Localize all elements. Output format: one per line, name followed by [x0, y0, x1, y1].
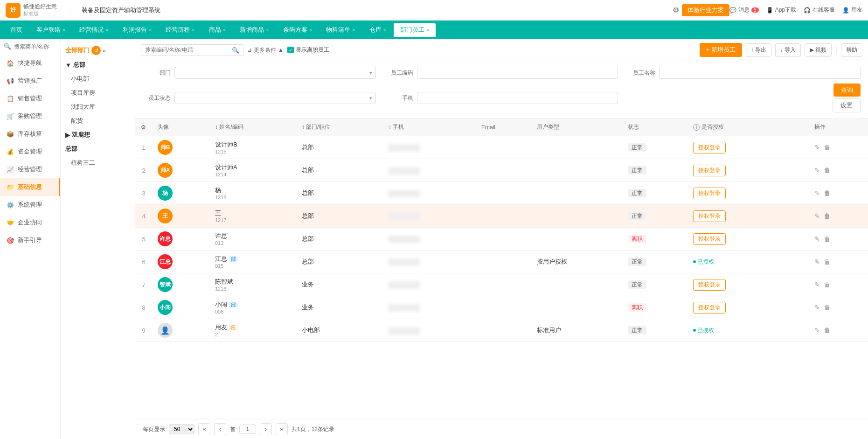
edit-icon[interactable]: ✎ [814, 212, 820, 220]
edit-icon[interactable]: ✎ [814, 281, 820, 288]
delete-icon[interactable]: 🗑 [824, 258, 830, 265]
close-icon[interactable]: × [192, 27, 194, 33]
close-icon[interactable]: × [105, 27, 108, 33]
close-icon[interactable]: × [266, 27, 269, 33]
sort-icon[interactable]: ↕ [215, 124, 218, 130]
auth-button[interactable]: 授权登录 [693, 279, 726, 291]
sidebar-item-guide[interactable]: 🎯 新手引导 [0, 231, 60, 249]
auth-button[interactable]: 授权登录 [693, 233, 726, 245]
per-page-select[interactable]: 50 20 100 [169, 424, 194, 434]
prev-page-button[interactable]: ‹ [214, 423, 226, 435]
dept-tree-item-zongbu[interactable]: ▼ 总部 [61, 58, 135, 72]
search-icon[interactable]: 🔍 [232, 47, 239, 54]
close-icon[interactable]: × [223, 27, 226, 33]
edit-icon[interactable]: ✎ [814, 258, 820, 265]
tab-goods[interactable]: 商品× [202, 23, 232, 37]
delete-icon[interactable]: 🗑 [824, 144, 830, 151]
edit-icon[interactable]: ✎ [814, 189, 820, 197]
tab-barcode[interactable]: 条码方案× [277, 23, 319, 37]
info-icon[interactable]: i [693, 124, 700, 131]
sidebar-item-quick-nav[interactable]: 🏠 快捷导航 [0, 54, 60, 72]
dept-tree-item-shenyang[interactable]: 沈阳大库 [61, 100, 135, 114]
sort-icon[interactable]: ↕ [302, 124, 305, 130]
sort-icon[interactable]: ↕ [389, 124, 391, 130]
message-button[interactable]: 💬 消息 5 [729, 6, 759, 14]
reset-button[interactable]: 设置 [833, 98, 861, 112]
th-settings[interactable]: ⚙ [135, 118, 152, 136]
dept-refresh-button[interactable]: ↺ [91, 46, 101, 55]
edit-icon[interactable]: ✎ [814, 304, 820, 311]
tab-new-goods[interactable]: 新增商品× [233, 23, 275, 37]
dept-tree-item-zongbu2[interactable]: 总部 [61, 142, 135, 156]
user-menu-button[interactable]: 👤 用友 [842, 6, 862, 14]
add-employee-button[interactable]: + 新增员工 [700, 43, 742, 57]
close-icon[interactable]: × [62, 27, 65, 33]
search-input[interactable] [145, 47, 230, 53]
tab-employees[interactable]: 部门员工× [394, 23, 436, 37]
gear-icon[interactable]: ⚙ [670, 6, 682, 14]
more-conditions-button[interactable]: ⊿ 更多条件 ▲ [247, 46, 284, 54]
phone-input[interactable] [417, 92, 618, 104]
close-icon[interactable]: × [426, 27, 429, 33]
view-button[interactable]: ▶ 视频 [805, 43, 832, 57]
delete-icon[interactable]: 🗑 [824, 304, 830, 311]
page-number-input[interactable] [239, 425, 256, 434]
emp-name-input[interactable] [659, 67, 861, 79]
delete-icon[interactable]: 🗑 [824, 281, 830, 288]
app-download-button[interactable]: 📱 App下载 [766, 6, 796, 14]
sidebar-item-inventory[interactable]: 📦 库存核算 [0, 125, 60, 143]
auth-button[interactable]: 授权登录 [693, 142, 726, 153]
status-select[interactable] [174, 92, 376, 104]
sidebar-item-basic[interactable]: 📁 基础信息 [0, 178, 60, 196]
delete-icon[interactable]: 🗑 [824, 327, 830, 334]
auth-button[interactable]: 授权登录 [693, 210, 726, 222]
auth-button[interactable]: 授权登录 [693, 188, 726, 199]
auth-button[interactable]: 授权登录 [693, 165, 726, 176]
tab-history[interactable]: 经营历程× [159, 23, 201, 37]
sidebar-item-system[interactable]: ⚙️ 系统管理 [0, 196, 60, 214]
delete-icon[interactable]: 🗑 [824, 167, 830, 174]
tab-customer[interactable]: 客户联络× [30, 23, 72, 37]
sidebar-item-cooperation[interactable]: 🤝 企业协同 [0, 214, 60, 231]
dept-tree-item-zhishu[interactable]: 植树王二 [61, 156, 135, 170]
close-icon[interactable]: × [149, 27, 152, 33]
sidebar-item-finance[interactable]: 💰 资金管理 [0, 143, 60, 160]
tab-business[interactable]: 经营情况× [73, 23, 115, 37]
export-button[interactable]: ↑ 导出 [746, 43, 771, 57]
close-icon[interactable]: × [352, 27, 355, 33]
delete-icon[interactable]: 🗑 [824, 212, 830, 220]
show-resigned-toggle[interactable]: ✓ 显示离职员工 [287, 46, 329, 54]
close-icon[interactable]: × [383, 27, 386, 33]
tab-warehouse[interactable]: 仓库× [363, 23, 393, 37]
trial-button[interactable]: 体验行业方案 [682, 4, 729, 16]
close-icon[interactable]: × [309, 27, 312, 33]
tab-bom[interactable]: 物料清单× [319, 23, 361, 37]
dept-select[interactable] [174, 67, 376, 79]
tab-profit[interactable]: 利润报告× [116, 23, 158, 37]
sidebar-item-purchase[interactable]: 🛒 采购管理 [0, 107, 60, 125]
dept-tree-item-shuanglu[interactable]: ▶ 双鹿想 [61, 128, 135, 142]
all-dept-label[interactable]: 全部部门 [65, 46, 90, 55]
sidebar-item-marketing[interactable]: 📢 营销推广 [0, 72, 60, 90]
edit-icon[interactable]: ✎ [814, 144, 820, 151]
delete-icon[interactable]: 🗑 [824, 235, 830, 243]
dept-tree-item-xiaodian[interactable]: 小电部 [61, 72, 135, 86]
sidebar-item-operation[interactable]: 📈 经营管理 [0, 160, 60, 178]
first-page-button[interactable]: « [198, 423, 210, 435]
query-button[interactable]: 查询 [833, 84, 861, 97]
dept-collapse-button[interactable]: « [103, 47, 106, 54]
delete-icon[interactable]: 🗑 [824, 189, 830, 197]
edit-icon[interactable]: ✎ [814, 235, 820, 243]
import-button[interactable]: ↓ 导入 [775, 43, 801, 57]
emp-code-input[interactable] [417, 67, 618, 79]
edit-icon[interactable]: ✎ [814, 327, 820, 334]
tab-home[interactable]: 首页 [4, 23, 29, 37]
sidebar-item-sales[interactable]: 📋 销售管理 [0, 90, 60, 107]
dept-tree-item-peihuo[interactable]: 配货 [61, 114, 135, 128]
dept-tree-item-xianmu[interactable]: 项目库房 [61, 86, 135, 100]
edit-icon[interactable]: ✎ [814, 167, 820, 174]
help-button[interactable]: 帮助 [841, 43, 862, 57]
last-page-button[interactable]: » [276, 423, 288, 435]
online-service-button[interactable]: 🎧 在线客服 [804, 6, 835, 14]
next-page-button[interactable]: › [260, 423, 272, 435]
